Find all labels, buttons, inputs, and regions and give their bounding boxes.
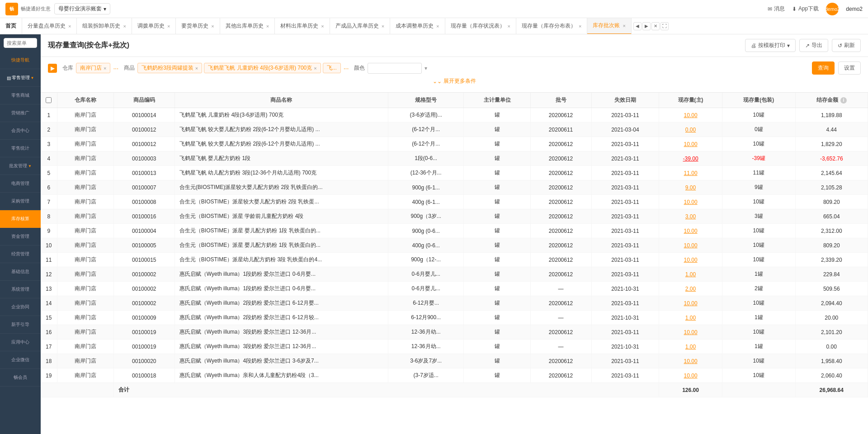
- sidebar-item-quick-nav[interactable]: 快捷导航: [0, 52, 41, 69]
- tab-3[interactable]: 调拨单历史 ×: [132, 18, 176, 34]
- tab-home-label: 首页: [5, 22, 16, 30]
- expand-more-conditions[interactable]: ⌄⌄ 展开更多条件: [48, 75, 861, 88]
- cell-stock-main[interactable]: 9.00: [659, 180, 722, 195]
- tab-8[interactable]: 成本调整单历史 ×: [390, 18, 445, 34]
- sidebar-item-members[interactable]: 会员中心: [0, 122, 41, 140]
- tab-maximize[interactable]: ⛶: [660, 22, 669, 30]
- sidebar-item-ecommerce[interactable]: 电商管理: [0, 175, 41, 193]
- message-action[interactable]: ✉ 消息: [768, 5, 785, 13]
- sidebar-item-finance[interactable]: 资金管理: [0, 228, 41, 245]
- tab-10-close[interactable]: ×: [579, 24, 581, 29]
- cell-stock-main[interactable]: 1.00: [659, 311, 722, 325]
- warehouse-tag-0-close[interactable]: ×: [104, 66, 106, 71]
- cell-stock-main[interactable]: 10.00: [659, 325, 722, 340]
- sidebar-item-basic-info[interactable]: 基础信息: [0, 263, 41, 281]
- product-tag-1[interactable]: 飞鹤星飞帆 儿童奶粉 4段(3-6岁适用) 700克 ×: [204, 63, 321, 73]
- tab-2-close[interactable]: ×: [123, 24, 126, 29]
- cell-stock-main[interactable]: 0.00: [659, 123, 722, 137]
- tab-3-close[interactable]: ×: [167, 24, 170, 29]
- tab-1[interactable]: 分量盘点单历史 ×: [22, 18, 77, 34]
- cell-stock-main[interactable]: 1.00: [659, 267, 722, 282]
- tab-6-close[interactable]: ×: [321, 24, 324, 29]
- select-all-checkbox[interactable]: [46, 97, 52, 103]
- sidebar-item-enterprise[interactable]: 企业协同: [0, 298, 41, 316]
- cell-stock-main[interactable]: 10.00: [659, 108, 722, 123]
- cell-stock-main[interactable]: 2.00: [659, 282, 722, 296]
- sidebar-item-system[interactable]: 系统管理: [0, 281, 41, 298]
- export-button[interactable]: ↗ 导出: [799, 39, 828, 52]
- cell-balance: 20.00: [795, 311, 868, 325]
- download-action[interactable]: ⬇ App下载: [792, 5, 819, 13]
- sidebar-item-guide[interactable]: 新手引导: [0, 316, 41, 334]
- sidebar-item-purchase[interactable]: 采购管理: [0, 193, 41, 210]
- tab-next-arrow[interactable]: ▶: [642, 22, 651, 30]
- cell-stock-main[interactable]: 10.00: [659, 296, 722, 311]
- settings-button[interactable]: 设置: [838, 61, 861, 75]
- tab-7[interactable]: 产成品入库单历史 ×: [330, 18, 390, 34]
- tab-9[interactable]: 现存量（库存状况表） ×: [445, 18, 516, 34]
- tab-home[interactable]: 首页: [0, 18, 22, 34]
- sidebar-item-retail-mgmt[interactable]: ▤ 零售管理 ▼: [0, 69, 41, 87]
- cell-stock-main[interactable]: 10.00: [659, 238, 722, 253]
- tab-7-close[interactable]: ×: [382, 24, 384, 29]
- tab-1-close[interactable]: ×: [68, 24, 71, 29]
- sidebar-item-app-center[interactable]: 应用中心: [0, 334, 41, 351]
- tab-2[interactable]: 组装拆卸单历史 ×: [77, 18, 132, 34]
- balance-info-icon[interactable]: i: [840, 97, 847, 104]
- expand-filter-button[interactable]: ▶: [48, 64, 57, 73]
- cell-stock-main[interactable]: 11.00: [659, 166, 722, 180]
- quick-nav-label: 快捷导航: [3, 57, 38, 63]
- product-tag-0-close[interactable]: ×: [195, 66, 198, 71]
- cell-stock-main[interactable]: 10.00: [659, 137, 722, 151]
- query-button[interactable]: 查询: [812, 61, 835, 75]
- tab-11-close[interactable]: ×: [623, 23, 625, 28]
- tab-5-close[interactable]: ×: [266, 24, 269, 29]
- warehouse-tag-0[interactable]: 南岸门店 ×: [76, 63, 110, 73]
- tab-10[interactable]: 现存量（库存分布表） ×: [516, 18, 587, 34]
- sidebar-item-operations[interactable]: 经营管理: [0, 245, 41, 263]
- sidebar-item-marketing[interactable]: 营销推广: [0, 104, 41, 122]
- sidebar-item-retail-stats[interactable]: 零售统计: [0, 140, 41, 157]
- cell-stock-main[interactable]: 10.00: [659, 224, 722, 238]
- print-button[interactable]: 🖨 按模板打印 ▾: [745, 39, 796, 52]
- cell-stock-main[interactable]: 10.00: [659, 195, 722, 209]
- tab-6[interactable]: 材料出库单历史 ×: [275, 18, 330, 34]
- warehouse-more-dots[interactable]: ···: [113, 65, 118, 72]
- tab-4[interactable]: 要货单历史 ×: [176, 18, 220, 34]
- tab-8-close[interactable]: ×: [436, 24, 439, 29]
- sidebar-item-wechat[interactable]: 企业微信: [0, 351, 41, 369]
- product-tag-0[interactable]: 飞鹤奶粉3段両罐提装 ×: [137, 63, 202, 73]
- tab-5[interactable]: 其他出库单历史 ×: [220, 18, 275, 34]
- cell-index: 7: [41, 195, 57, 209]
- color-filter-label: 颜色: [354, 64, 365, 72]
- sidebar-item-member-program[interactable]: 畅会员: [0, 369, 41, 387]
- refresh-label: 刷新: [844, 42, 855, 49]
- sidebar-item-inventory[interactable]: 库存核算: [0, 210, 41, 228]
- cell-stock-main[interactable]: 10.00: [659, 368, 722, 383]
- expand-more-label: 展开更多条件: [443, 77, 476, 85]
- cell-stock-main[interactable]: -39.00: [659, 151, 722, 166]
- sidebar-item-wholesale[interactable]: 批发管理 ▼: [0, 157, 41, 175]
- store-selector[interactable]: 母婴行业演示账套 ▾: [54, 3, 110, 14]
- cell-stock-main[interactable]: 1.00: [659, 340, 722, 354]
- cell-stock-main[interactable]: 10.00: [659, 354, 722, 368]
- tab-close-all[interactable]: ✕: [651, 22, 660, 30]
- tab-bar: 首页 分量盘点单历史 × 组装拆卸单历史 × 调拨单历史 × 要货单历史 × 其…: [0, 18, 868, 34]
- cell-stock-main[interactable]: 10.00: [659, 253, 722, 267]
- product-more-tag[interactable]: 飞...: [323, 63, 341, 73]
- avatar[interactable]: demo2: [826, 3, 839, 15]
- cell-stock-main[interactable]: 3.00: [659, 209, 722, 224]
- product-more-dots[interactable]: ···: [344, 65, 349, 72]
- cell-spec: (3-6岁适用)...: [388, 108, 464, 123]
- tab-9-close[interactable]: ×: [508, 24, 510, 29]
- product-tag-1-close[interactable]: ×: [314, 66, 316, 71]
- tab-11[interactable]: 库存批次账 ×: [587, 18, 631, 34]
- download-icon: ⬇: [792, 6, 797, 12]
- sidebar-item-retail-mall[interactable]: 零售商城: [0, 87, 41, 104]
- th-unit: 主计量单位: [464, 93, 530, 108]
- tab-4-close[interactable]: ×: [211, 24, 214, 29]
- tab-prev-arrow[interactable]: ◀: [633, 22, 642, 30]
- color-input[interactable]: [368, 63, 422, 74]
- search-input[interactable]: [4, 38, 37, 48]
- refresh-button[interactable]: ↺ 刷新: [832, 39, 861, 52]
